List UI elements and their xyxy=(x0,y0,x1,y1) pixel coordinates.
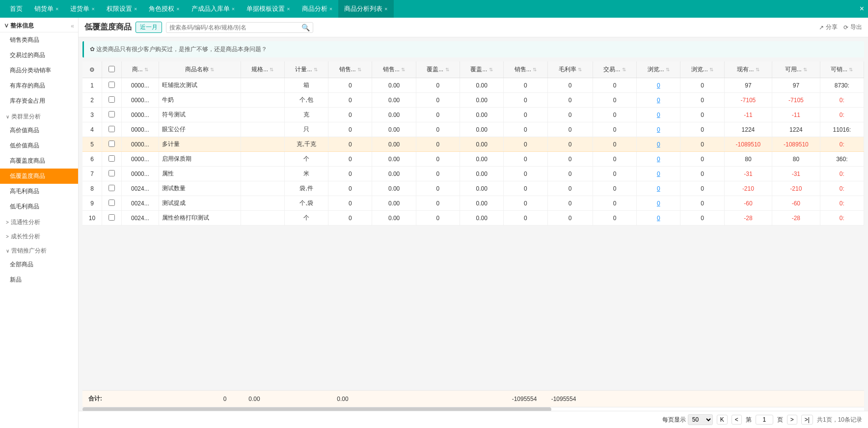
sidebar-item-instock-goods[interactable]: 有库存的商品 xyxy=(0,78,78,93)
th-cover1[interactable]: 覆盖... ⇅ xyxy=(416,61,460,78)
select-all-checkbox[interactable] xyxy=(108,66,115,72)
th-sales1[interactable]: 销售... ⇅ xyxy=(328,61,372,78)
row-select-checkbox[interactable] xyxy=(108,141,115,147)
row-select-checkbox[interactable] xyxy=(108,111,115,117)
export-button[interactable]: ⟳ 导出 xyxy=(843,23,862,31)
prev-page-button[interactable]: < xyxy=(732,415,742,425)
sidebar-item-low-coverage[interactable]: 低覆盖度商品 xyxy=(0,169,78,184)
row-select-checkbox[interactable] xyxy=(108,185,115,191)
row-checkbox[interactable] xyxy=(102,167,122,181)
th-browse1[interactable]: 浏览... ⇅ xyxy=(637,61,680,78)
sidebar-item-high-coverage[interactable]: 高覆盖度商品 xyxy=(0,153,78,169)
sidebar-section-group-analysis[interactable]: ∨ 类群里分析 xyxy=(0,109,78,123)
row-checkbox[interactable] xyxy=(102,211,122,226)
nav-purchase-order[interactable]: 进货单 × xyxy=(64,0,100,18)
row-select-checkbox[interactable] xyxy=(108,126,115,132)
nav-template-settings[interactable]: 单据模板设置 × xyxy=(241,0,296,18)
last-page-button[interactable]: >| xyxy=(801,415,813,425)
th-stock1[interactable]: 现有... ⇅ xyxy=(724,61,772,78)
sidebar-section-marketing[interactable]: ∨ 营销推广分析 xyxy=(0,243,78,257)
nav-close-analysis-list[interactable]: × xyxy=(384,6,387,12)
th-settings[interactable]: ⚙ xyxy=(82,61,102,78)
first-page-button[interactable]: K xyxy=(717,415,728,425)
search-input[interactable] xyxy=(169,24,301,31)
row-checkbox[interactable] xyxy=(102,196,122,211)
row-select-checkbox[interactable] xyxy=(108,155,115,162)
share-button[interactable]: ↗ 分享 xyxy=(819,23,838,31)
sidebar-section-circulation[interactable]: > 流通性分析 xyxy=(0,214,78,228)
th-gross[interactable]: 毛利率 ⇅ xyxy=(547,61,593,78)
row-checkbox[interactable] xyxy=(102,78,122,93)
window-close-button[interactable]: × xyxy=(860,4,864,13)
th-spec[interactable]: 规格... ⇅ xyxy=(241,61,284,78)
nav-sales-order[interactable]: 销货单 × xyxy=(28,0,64,18)
th-trade[interactable]: 交易... ⇅ xyxy=(593,61,636,78)
nav-product-storage[interactable]: 产成品入库单 × xyxy=(186,0,241,18)
row-browse1[interactable]: 0 xyxy=(637,108,680,122)
row-select-checkbox[interactable] xyxy=(108,170,115,176)
row-browse1[interactable]: 0 xyxy=(637,211,680,226)
sidebar-collapse-icon[interactable]: « xyxy=(71,23,74,29)
row-checkbox[interactable] xyxy=(102,122,122,137)
th-name[interactable]: 商品名称 ⇅ xyxy=(159,61,241,78)
th-unit[interactable]: 计量... ⇅ xyxy=(284,61,328,78)
row-checkbox[interactable] xyxy=(102,137,122,152)
row-select-checkbox[interactable] xyxy=(108,214,115,221)
nav-permission-settings[interactable]: 权限设置 × xyxy=(101,0,143,18)
th-stock3[interactable]: 可销... ⇅ xyxy=(820,61,864,78)
th-browse2[interactable]: 浏览... ⇅ xyxy=(680,61,724,78)
nav-product-analysis-list[interactable]: 商品分析列表 × xyxy=(338,0,393,18)
row-browse1[interactable]: 0 xyxy=(637,196,680,211)
sidebar-item-low-gross[interactable]: 低毛利商品 xyxy=(0,199,78,214)
period-button[interactable]: 近一月 xyxy=(136,22,162,33)
sidebar-item-high-value[interactable]: 高价值商品 xyxy=(0,123,78,138)
per-page-select[interactable]: 50 20 100 xyxy=(688,414,713,425)
nav-home[interactable]: 首页 xyxy=(4,0,28,18)
row-browse1[interactable]: 0 xyxy=(637,78,680,93)
row-browse1[interactable]: 0 xyxy=(637,93,680,108)
row-checkbox[interactable] xyxy=(102,108,122,122)
row-browse1[interactable]: 0 xyxy=(637,181,680,196)
row-checkbox[interactable] xyxy=(102,93,122,108)
page-number-input[interactable] xyxy=(756,415,773,425)
row-browse1[interactable]: 0 xyxy=(637,167,680,181)
sidebar-item-category-turnover[interactable]: 商品分类动销率 xyxy=(0,63,78,78)
nav-close-permission[interactable]: × xyxy=(134,6,137,12)
search-icon[interactable]: 🔍 xyxy=(301,24,310,31)
sidebar-item-new-goods[interactable]: 新品 xyxy=(0,272,78,287)
nav-close-purchase[interactable]: × xyxy=(91,6,94,12)
row-cover1: 0 xyxy=(416,211,460,226)
nav-role-auth[interactable]: 角色授权 × xyxy=(143,0,185,18)
sidebar-item-sales-goods[interactable]: 销售类商品 xyxy=(0,32,78,48)
row-browse1[interactable]: 0 xyxy=(637,152,680,167)
th-checkbox[interactable] xyxy=(102,61,122,78)
row-checkbox[interactable] xyxy=(102,152,122,167)
nav-close-template[interactable]: × xyxy=(287,6,290,12)
nav-close-storage[interactable]: × xyxy=(232,6,235,12)
nav-close-sales[interactable]: × xyxy=(55,6,58,12)
nav-close-analysis[interactable]: × xyxy=(329,6,332,12)
row-select-checkbox[interactable] xyxy=(108,96,115,103)
row-select-checkbox[interactable] xyxy=(108,82,115,88)
row-browse1[interactable]: 0 xyxy=(637,122,680,137)
table-container[interactable]: ⚙ 商... ⇅ 商品名称 ⇅ 规格... ⇅ 计量... ⇅ 销售... ⇅ … xyxy=(82,61,864,390)
nav-product-analysis[interactable]: 商品分析 × xyxy=(296,0,338,18)
sidebar-item-low-value[interactable]: 低价值商品 xyxy=(0,138,78,153)
sidebar-toggle[interactable]: ∨ 整体信息 xyxy=(4,22,34,30)
sidebar-item-all-goods[interactable]: 全部商品 xyxy=(0,257,78,272)
row-select-checkbox[interactable] xyxy=(108,200,115,206)
nav-close-role[interactable]: × xyxy=(176,6,179,12)
sidebar-item-traded-goods[interactable]: 交易过的商品 xyxy=(0,48,78,63)
row-browse1[interactable]: 0 xyxy=(637,137,680,152)
th-stock2[interactable]: 可用... ⇅ xyxy=(772,61,820,78)
th-code[interactable]: 商... ⇅ xyxy=(121,61,159,78)
sidebar-item-high-gross[interactable]: 高毛利商品 xyxy=(0,184,78,199)
next-page-button[interactable]: > xyxy=(787,415,797,425)
sidebar-item-capital-occupation[interactable]: 库存资金占用 xyxy=(0,93,78,109)
th-sales3[interactable]: 销售... ⇅ xyxy=(504,61,547,78)
th-cover2[interactable]: 覆盖... ⇅ xyxy=(460,61,504,78)
row-checkbox[interactable] xyxy=(102,181,122,196)
th-sales2[interactable]: 销售... ⇅ xyxy=(372,61,416,78)
settings-icon[interactable]: ⚙ xyxy=(89,66,95,73)
sidebar-section-growth[interactable]: > 成长性分析 xyxy=(0,228,78,243)
